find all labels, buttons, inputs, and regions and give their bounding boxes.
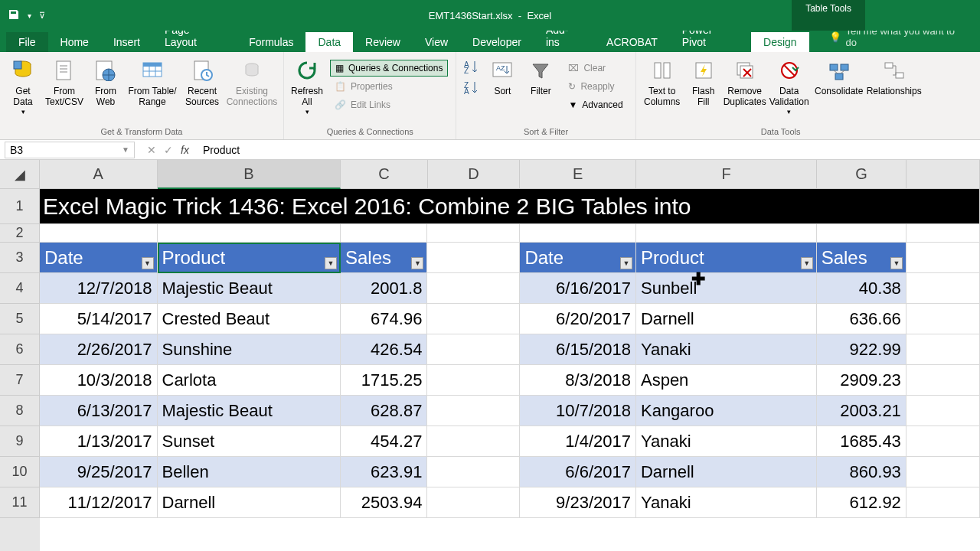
- relationships-button[interactable]: Relationships: [867, 57, 921, 122]
- filter-dropdown-icon[interactable]: ▼: [890, 257, 903, 269]
- cell[interactable]: [636, 224, 817, 243]
- from-table-range-button[interactable]: From Table/ Range: [126, 57, 179, 122]
- cell[interactable]: [427, 334, 520, 365]
- cell[interactable]: Majestic Beaut: [158, 396, 341, 426]
- cell[interactable]: Crested Beaut: [158, 304, 341, 334]
- cell[interactable]: Sunset: [158, 426, 341, 457]
- sort-button[interactable]: AZ Sort: [484, 57, 521, 122]
- cell[interactable]: 623.91: [341, 457, 427, 487]
- tab-file[interactable]: File: [6, 32, 48, 52]
- cancel-icon[interactable]: ✕: [147, 144, 156, 156]
- tab-view[interactable]: View: [413, 32, 460, 52]
- cell[interactable]: 628.87: [341, 396, 427, 426]
- cell[interactable]: [427, 243, 520, 273]
- cell[interactable]: 8/3/2018: [520, 365, 636, 396]
- name-box[interactable]: B3▼: [5, 142, 135, 158]
- from-web-button[interactable]: From Web: [87, 57, 124, 122]
- advanced-button[interactable]: ▼Advanced: [564, 96, 627, 113]
- col-header[interactable]: F: [636, 160, 817, 189]
- cell[interactable]: 860.93: [817, 457, 906, 487]
- cell[interactable]: Darnell: [636, 457, 817, 487]
- table2-header-product[interactable]: Product▼: [636, 243, 817, 273]
- row-header[interactable]: 5: [0, 304, 40, 334]
- col-header[interactable]: A: [40, 160, 158, 189]
- col-header[interactable]: E: [520, 160, 636, 189]
- cell[interactable]: Carlota: [158, 365, 341, 396]
- chevron-down-icon[interactable]: ▼: [122, 145, 129, 154]
- enter-icon[interactable]: ✓: [164, 144, 173, 156]
- cell[interactable]: 12/7/2018: [40, 273, 158, 304]
- cell[interactable]: 6/16/2017: [520, 273, 636, 304]
- row-header[interactable]: 11: [0, 487, 40, 518]
- tab-data[interactable]: Data: [305, 32, 353, 52]
- table-header-date[interactable]: Date▼: [40, 243, 158, 273]
- cell[interactable]: Yanaki: [636, 487, 817, 518]
- cell[interactable]: 9/25/2017: [40, 457, 158, 487]
- cell[interactable]: 6/15/2018: [520, 334, 636, 365]
- cell[interactable]: [427, 224, 520, 243]
- select-all-button[interactable]: ◢: [0, 160, 40, 189]
- cell[interactable]: Sunshine: [158, 334, 341, 365]
- reapply-button[interactable]: ↻Reapply: [564, 78, 627, 95]
- cell[interactable]: [427, 304, 520, 334]
- cell[interactable]: [906, 457, 980, 487]
- cell[interactable]: 9/23/2017: [520, 487, 636, 518]
- refresh-all-button[interactable]: Refresh All▾: [289, 57, 325, 122]
- cell[interactable]: 1715.25: [341, 365, 427, 396]
- tab-design[interactable]: Design: [751, 32, 809, 52]
- cell[interactable]: [906, 304, 980, 334]
- cell[interactable]: [158, 224, 341, 243]
- cell[interactable]: [427, 365, 520, 396]
- cell[interactable]: 2/26/2017: [40, 334, 158, 365]
- tab-developer[interactable]: Developer: [460, 32, 534, 52]
- cell[interactable]: Darnell: [636, 304, 817, 334]
- properties-button[interactable]: 📋Properties: [330, 78, 448, 95]
- cell[interactable]: Yanaki: [636, 426, 817, 457]
- cell[interactable]: Aspen: [636, 365, 817, 396]
- flash-fill-button[interactable]: Flash Fill: [685, 57, 722, 122]
- cell[interactable]: 454.27: [341, 426, 427, 457]
- col-header[interactable]: G: [817, 160, 906, 189]
- get-data-button[interactable]: Get Data▾: [5, 57, 41, 122]
- cell[interactable]: [906, 224, 980, 243]
- cell[interactable]: 426.54: [341, 334, 427, 365]
- cell[interactable]: 6/13/2017: [40, 396, 158, 426]
- cell[interactable]: [906, 243, 980, 273]
- tab-home[interactable]: Home: [48, 32, 101, 52]
- filter-dropdown-icon[interactable]: ▼: [411, 257, 423, 269]
- table-header-product[interactable]: Product▼: [158, 243, 341, 273]
- cell[interactable]: 6/6/2017: [520, 457, 636, 487]
- cell[interactable]: Yanaki: [636, 334, 817, 365]
- clear-button[interactable]: ⌧Clear: [564, 60, 627, 77]
- cell[interactable]: [817, 224, 906, 243]
- cell[interactable]: Sunbell: [636, 273, 817, 304]
- cell[interactable]: 922.99: [817, 334, 906, 365]
- cell[interactable]: Majestic Beaut: [158, 273, 341, 304]
- cell[interactable]: [427, 426, 520, 457]
- cell[interactable]: [906, 426, 980, 457]
- existing-connections-button[interactable]: Existing Connections: [225, 57, 279, 122]
- cell[interactable]: Kangaroo: [636, 396, 817, 426]
- cell[interactable]: [427, 457, 520, 487]
- sort-desc-button[interactable]: ZA: [464, 80, 479, 96]
- tab-formulas[interactable]: Formulas: [237, 32, 305, 52]
- row-header[interactable]: 4: [0, 273, 40, 304]
- cell[interactable]: Bellen: [158, 457, 341, 487]
- cell[interactable]: 636.66: [817, 304, 906, 334]
- cell[interactable]: [906, 334, 980, 365]
- row-header[interactable]: 7: [0, 365, 40, 396]
- cell[interactable]: 674.96: [341, 304, 427, 334]
- recent-sources-button[interactable]: Recent Sources: [181, 57, 224, 122]
- cell[interactable]: [427, 487, 520, 518]
- tab-review[interactable]: Review: [353, 32, 413, 52]
- cell[interactable]: [906, 273, 980, 304]
- row-header[interactable]: 8: [0, 396, 40, 426]
- cell[interactable]: 10/3/2018: [40, 365, 158, 396]
- cell[interactable]: [906, 487, 980, 518]
- cell[interactable]: 11/12/2017: [40, 487, 158, 518]
- filter-button[interactable]: Filter: [522, 57, 559, 122]
- cell[interactable]: 40.38: [817, 273, 906, 304]
- cell[interactable]: 612.92: [817, 487, 906, 518]
- cell[interactable]: 6/20/2017: [520, 304, 636, 334]
- consolidate-button[interactable]: Consolidate: [812, 57, 866, 122]
